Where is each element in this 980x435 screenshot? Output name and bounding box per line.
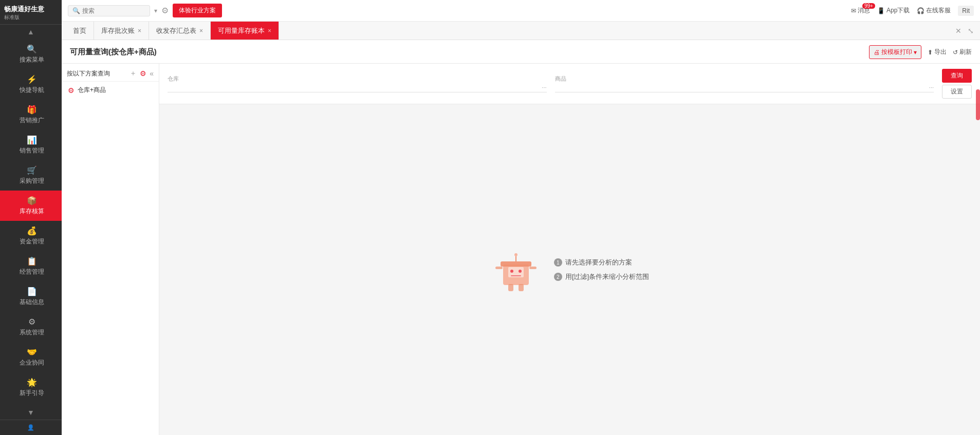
warehouse-label: 仓库 — [168, 75, 547, 83]
close-icon[interactable]: × — [138, 28, 141, 34]
page-title: 可用量查询(按仓库+商品) — [70, 47, 157, 57]
scheme-item-warehouse-product[interactable]: ⚙ 仓库+商品 — [62, 82, 159, 99]
money-icon: 💰 — [27, 226, 37, 236]
empty-tips: 1 请先选择要分析的方案 2 用[过滤]条件来缩小分析范围 — [554, 258, 649, 281]
warehouse-input[interactable] — [168, 84, 540, 91]
tab-label: 可用量库存账本 — [218, 26, 265, 35]
handshake-icon: 🤝 — [27, 347, 37, 357]
close-all-tabs-btn[interactable]: ✕ — [953, 26, 964, 36]
svg-rect-8 — [508, 284, 513, 291]
app-logo: 畅康通好生意 标准版 — [0, 0, 62, 25]
setting-btn[interactable]: 设置 — [942, 85, 972, 99]
sidebar-item-management[interactable]: 📋 经营管理 — [0, 251, 62, 281]
tab-inventory-batch[interactable]: 库存批次账 × — [94, 22, 149, 40]
right-scrollbar[interactable] — [976, 89, 980, 120]
product-filter: 商品 ··· — [555, 75, 934, 92]
user-menu[interactable]: Rit — [958, 6, 974, 16]
right-panel: 仓库 ··· 商品 ··· 查询 设置 — [159, 64, 980, 435]
export-btn[interactable]: ⬆ 导出 — [928, 48, 947, 56]
sidebar-item-quicknav[interactable]: ⚡ 快捷导航 — [0, 69, 62, 100]
sidebar-item-label: 采购管理 — [20, 177, 44, 185]
service-label: 在线客服 — [926, 6, 951, 15]
sidebar-item-label: 企业协同 — [20, 358, 44, 367]
sidebar-item-collab[interactable]: 🤝 企业协同 — [0, 342, 62, 372]
header-actions: 🖨 按模板打印 ▾ ⬆ 导出 ↺ 刷新 — [869, 45, 972, 59]
tab-stock-summary[interactable]: 收发存汇总表 × — [149, 22, 211, 40]
tip-num-1: 1 — [554, 258, 562, 267]
settings-icon[interactable]: ⚙ — [161, 6, 169, 15]
product-more-btn[interactable]: ··· — [929, 84, 934, 90]
search-dropdown[interactable]: ▾ — [154, 7, 157, 14]
industry-btn[interactable]: 体验行业方案 — [173, 4, 222, 17]
sidebar-item-guide[interactable]: 🌟 新手引导 — [0, 372, 62, 403]
expand-tab-btn[interactable]: ⤡ — [966, 26, 976, 36]
sidebar-item-label: 资金管理 — [20, 237, 44, 246]
topbar: 🔍 ▾ ⚙ 体验行业方案 ✉ 消息 99+ 📱 App下载 🎧 在线客服 Rit — [62, 0, 980, 22]
tab-available-stock[interactable]: 可用量库存账本 × — [211, 22, 279, 40]
flash-icon: ⚡ — [27, 74, 37, 84]
sidebar-item-marketing[interactable]: 🎁 营销推广 — [0, 100, 62, 130]
scheme-settings-btn[interactable]: ⚙ — [140, 69, 146, 78]
left-panel: 按以下方案查询 ＋ ⚙ « ⚙ 仓库+商品 — [62, 64, 159, 435]
sidebar-item-finance[interactable]: 💰 资金管理 — [0, 221, 62, 251]
main-area: 🔍 ▾ ⚙ 体验行业方案 ✉ 消息 99+ 📱 App下载 🎧 在线客服 Rit — [62, 0, 980, 435]
svg-rect-6 — [495, 267, 503, 269]
sidebar-item-label: 库存核算 — [20, 207, 44, 216]
sidebar-item-purchase[interactable]: 🛒 采购管理 — [0, 160, 62, 191]
sidebar-nav: 🔍 搜索菜单 ⚡ 快捷导航 🎁 营销推广 📊 销售管理 🛒 采购管理 📦 库存核… — [0, 39, 62, 405]
topbar-right: ✉ 消息 99+ 📱 App下载 🎧 在线客服 Rit — [851, 6, 974, 16]
svg-rect-7 — [529, 267, 537, 269]
message-btn[interactable]: ✉ 消息 99+ — [851, 6, 870, 15]
tip-text-1: 请先选择要分析的方案 — [565, 258, 632, 267]
svg-rect-1 — [501, 261, 531, 267]
search-input[interactable] — [82, 7, 145, 14]
empty-illustration — [490, 244, 542, 295]
svg-point-11 — [514, 253, 517, 256]
close-icon[interactable]: × — [268, 28, 271, 34]
user-name: Rit — [962, 7, 970, 14]
service-btn[interactable]: 🎧 在线客服 — [917, 6, 951, 15]
star-icon: 🌟 — [27, 377, 37, 387]
message-badge: 99+ — [862, 3, 875, 9]
left-panel-header: 按以下方案查询 ＋ ⚙ « — [62, 64, 159, 82]
tab-home[interactable]: 首页 — [66, 22, 94, 40]
empty-state: 1 请先选择要分析的方案 2 用[过滤]条件来缩小分析范围 — [159, 104, 980, 435]
app-title: 畅康通好生意 — [4, 5, 58, 14]
close-icon[interactable]: × — [199, 28, 203, 34]
svg-point-3 — [510, 270, 513, 273]
sidebar-item-system[interactable]: ⚙ 系统管理 — [0, 312, 62, 342]
footer-icon: 👤 — [27, 424, 34, 431]
filter-row: 仓库 ··· 商品 ··· 查询 设置 — [159, 64, 980, 104]
tip-text-2: 用[过滤]条件来缩小分析范围 — [565, 272, 649, 281]
gear-icon: ⚙ — [28, 317, 35, 327]
tab-label: 库存批次账 — [101, 26, 135, 35]
app-download-btn[interactable]: 📱 App下载 — [877, 6, 910, 15]
tabbar: 首页 库存批次账 × 收发存汇总表 × 可用量库存账本 × ✕ ⤡ — [62, 22, 980, 40]
chart-icon: 📊 — [27, 135, 37, 145]
sidebar-footer[interactable]: 👤 — [0, 420, 62, 435]
scroll-down-btn[interactable]: ▼ — [0, 405, 62, 420]
empty-tip-1: 1 请先选择要分析的方案 — [554, 258, 649, 267]
warehouse-more-btn[interactable]: ··· — [542, 84, 546, 90]
refresh-btn[interactable]: ↺ 刷新 — [953, 48, 972, 56]
sidebar-item-basic[interactable]: 📄 基础信息 — [0, 281, 62, 312]
sidebar-item-search[interactable]: 🔍 搜索菜单 — [0, 39, 62, 69]
scroll-up-btn[interactable]: ▲ — [0, 25, 62, 39]
template-print-btn[interactable]: 🖨 按模板打印 ▾ — [869, 45, 921, 59]
tabbar-actions: ✕ ⤡ — [949, 26, 980, 36]
svg-rect-5 — [511, 275, 521, 276]
add-scheme-btn[interactable]: ＋ — [130, 69, 137, 78]
gift-icon: 🎁 — [27, 105, 37, 115]
query-btn[interactable]: 查询 — [942, 69, 972, 83]
sidebar-item-inventory[interactable]: 📦 库存核算 — [0, 191, 62, 221]
export-icon: ⬆ — [928, 49, 933, 56]
search-box[interactable]: 🔍 — [68, 5, 150, 16]
search-icon: 🔍 — [72, 7, 80, 14]
product-input[interactable] — [555, 84, 927, 91]
collapse-panel-btn[interactable]: « — [150, 69, 154, 78]
sidebar-item-sales[interactable]: 📊 销售管理 — [0, 130, 62, 160]
page-header: 可用量查询(按仓库+商品) 🖨 按模板打印 ▾ ⬆ 导出 ↺ 刷新 — [62, 40, 980, 64]
refresh-icon: ↺ — [953, 49, 958, 56]
sidebar-item-label: 搜索菜单 — [20, 55, 44, 64]
filter-actions: 查询 设置 — [942, 69, 972, 99]
